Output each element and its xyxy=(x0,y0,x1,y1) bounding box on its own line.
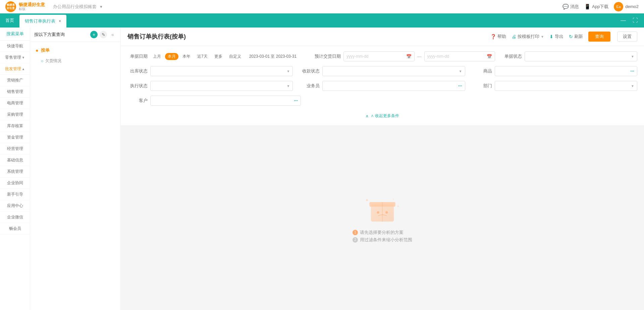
customer-ellipsis[interactable]: ··· xyxy=(294,98,298,103)
svg-point-6 xyxy=(377,211,379,213)
sidebar-item-sales[interactable]: 销售管理 xyxy=(0,86,30,98)
filter-field-customer: 客户 ··· xyxy=(127,96,301,106)
execution-status-label: 执行状态 xyxy=(127,83,148,89)
help-button[interactable]: ❓ 帮助 xyxy=(490,34,506,40)
sidebar-item-ecom[interactable]: 电商管理 xyxy=(0,98,30,109)
app-icon: 📱 xyxy=(584,4,591,10)
collapse-panel-button[interactable]: « xyxy=(109,31,116,38)
export-button[interactable]: ⬇ 导出 xyxy=(549,34,564,40)
date-opt-本月[interactable]: 本月 xyxy=(165,53,178,60)
expected-date-end-placeholder: yyyy-mm-dd xyxy=(427,54,449,59)
search-button[interactable]: 查询 xyxy=(588,32,610,42)
tab-minimize-icon[interactable]: — xyxy=(619,16,628,25)
date-opt-近7天[interactable]: 近7天 xyxy=(195,53,210,60)
collapse-icon: ∧ xyxy=(366,114,369,118)
sidebar-search[interactable]: 搜索菜单 xyxy=(0,28,30,41)
salesperson-ellipsis[interactable]: ··· xyxy=(458,83,462,89)
sidebar-item-shortcuts[interactable]: 快捷导航 xyxy=(0,41,30,52)
empty-step-2: 2 用过滤条件来缩小分析范围 xyxy=(353,237,412,243)
filter-item-按单[interactable]: ● 按单 xyxy=(30,45,120,56)
date-opt-上月[interactable]: 上月 xyxy=(150,53,164,60)
app-download-btn[interactable]: 📱 App下载 xyxy=(584,4,608,10)
export-icon: ⬇ xyxy=(549,34,553,39)
user-menu[interactable]: Ea demo2 xyxy=(614,2,639,11)
date-separator: — xyxy=(417,54,422,59)
calendar-icon-end[interactable]: 📅 xyxy=(487,54,492,59)
sidebar-item-purchase[interactable]: 采购管理 xyxy=(0,109,30,120)
filter-field-doc-status: 单据状态 ▼ xyxy=(502,51,637,61)
calendar-icon-start[interactable]: 📅 xyxy=(406,54,412,59)
tab-close-icon[interactable]: × xyxy=(59,19,61,23)
topbar-left: 畅捷通好生意 畅捷通好生意 标版 办公用品行业模拟账套 ▼ xyxy=(5,1,103,12)
department-select[interactable]: ▼ xyxy=(495,81,637,91)
sidebar-item-system[interactable]: 系统管理 xyxy=(0,166,30,177)
edit-filter-button[interactable]: ✎ xyxy=(100,31,107,38)
avatar: Ea xyxy=(614,2,623,11)
sidebar-item-inventory[interactable]: 库存核算 xyxy=(0,120,30,132)
refresh-icon: ↻ xyxy=(569,34,573,39)
sidebar-item-enterprise[interactable]: 企业协同 xyxy=(0,177,30,189)
sidebar-item-marketing[interactable]: 营销推广 xyxy=(0,75,30,86)
sidebar-item-wholesale[interactable]: 批发管理 ▲ xyxy=(0,63,30,75)
expected-date-end[interactable]: yyyy-mm-dd 📅 xyxy=(424,51,495,61)
print-dropdown-icon[interactable]: ▼ xyxy=(541,35,544,39)
empty-steps: 1 请先选择要分析的方案 2 用过滤条件来缩小分析范围 xyxy=(353,229,412,244)
product-ellipsis[interactable]: ··· xyxy=(630,68,634,74)
tab-maximize-icon[interactable]: ⛶ xyxy=(631,16,640,25)
doc-status-label: 单据状态 xyxy=(502,53,522,59)
doc-status-select[interactable]: ▼ xyxy=(525,51,637,61)
filter-field-product: 商品 ··· xyxy=(472,66,637,76)
tab-home[interactable]: 首页 xyxy=(0,13,19,28)
filter-sub-欠货情况[interactable]: ○ 欠货情况 xyxy=(30,56,120,66)
refresh-button[interactable]: ↻ 刷新 xyxy=(569,34,583,40)
content: 按以下方案查询 + ✎ « ● 按单 ○ 欠货情况 xyxy=(30,28,644,310)
sidebar-item-finance[interactable]: 资金管理 xyxy=(0,132,30,143)
setting-button[interactable]: 设置 xyxy=(617,32,637,42)
payment-status-select[interactable]: ▼ xyxy=(322,66,465,76)
date-opt-自定义[interactable]: 自定义 xyxy=(226,53,244,60)
message-btn[interactable]: 💬 消息 xyxy=(562,4,579,10)
empty-step-1: 1 请先选择要分析的方案 xyxy=(353,229,412,236)
filter-label-按单: 按单 xyxy=(41,47,50,53)
delivery-status-select[interactable]: ▼ xyxy=(150,66,293,76)
collapse-filter-button[interactable]: ∧ ∧ 收起更多条件 xyxy=(127,110,637,121)
svg-text:✦: ✦ xyxy=(397,204,399,208)
svg-point-7 xyxy=(385,211,388,213)
edit-icon: ✎ xyxy=(102,32,105,37)
sidebar-item-operations[interactable]: 经营管理 xyxy=(0,143,30,155)
topbar-brand: 畅捷通好生意 标版 xyxy=(19,2,45,11)
product-select[interactable]: ··· xyxy=(495,66,637,76)
department-arrow: ▼ xyxy=(631,84,634,88)
customer-select[interactable]: ··· xyxy=(150,96,301,106)
sidebar-item-wechat[interactable]: 企业微信 xyxy=(0,212,30,223)
date-range-text: 2023-03-01 至 2023-03-31 xyxy=(249,54,297,59)
topbar-right: 💬 消息 📱 App下载 Ea demo2 xyxy=(562,2,639,11)
left-panel-header: 按以下方案查询 + ✎ « xyxy=(30,28,120,42)
sidebar-item-basic[interactable]: 基础信息 xyxy=(0,155,30,166)
left-panel-actions: + ✎ « xyxy=(90,31,116,38)
breadcrumb-arrow[interactable]: ▼ xyxy=(99,5,103,9)
step2-text: 用过滤条件来缩小分析范围 xyxy=(360,237,412,243)
delivery-status-label: 出库状态 xyxy=(127,68,148,74)
execution-status-select[interactable]: ▼ xyxy=(150,81,293,91)
sidebar-item-newbie[interactable]: 新手引导 xyxy=(0,189,30,200)
svg-text:✦: ✦ xyxy=(365,198,369,202)
sidebar-search-label[interactable]: 搜索菜单 xyxy=(6,31,24,36)
logo: 畅捷通好生意 xyxy=(5,1,16,12)
sidebar: 搜索菜单 快捷导航 零售管理 ▼ 批发管理 ▲ 营销推广 销售管理 电商管理 采… xyxy=(0,28,30,310)
date-options: 上月 本月 本年 近7天 更多 自定义 xyxy=(150,53,244,60)
salesperson-select[interactable]: ··· xyxy=(322,81,465,91)
filter-field-salesperson: 业务员 ··· xyxy=(300,81,465,91)
sidebar-item-retail[interactable]: 零售管理 ▼ xyxy=(0,52,30,63)
sidebar-item-apps[interactable]: 应用中心 xyxy=(0,200,30,212)
left-panel-title: 按以下方案查询 xyxy=(34,32,65,38)
tab-sales-order[interactable]: 销售订单执行表 × xyxy=(19,15,66,28)
date-opt-本年[interactable]: 本年 xyxy=(180,53,193,60)
filter-field-delivery-status: 出库状态 ▼ xyxy=(127,66,293,76)
tabbar-actions: — ⛶ xyxy=(619,16,644,25)
add-filter-button[interactable]: + xyxy=(90,31,98,38)
expected-date-start[interactable]: yyyy-mm-dd 📅 xyxy=(343,51,415,61)
date-opt-更多[interactable]: 更多 xyxy=(212,53,225,60)
print-button[interactable]: 🖨 按模板打印 ▼ xyxy=(512,34,544,40)
sidebar-item-vip[interactable]: 畅会员 xyxy=(0,223,30,235)
